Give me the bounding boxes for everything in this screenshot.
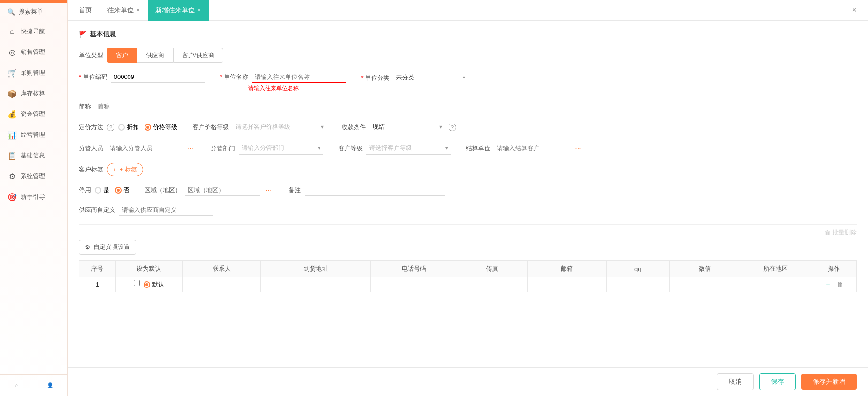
tab-home[interactable]: 首页 — [71, 0, 100, 21]
gear-icon: ⚙ — [8, 171, 17, 181]
col-email: 邮箱 — [528, 261, 606, 277]
sidebar-item-system[interactable]: ⚙ 系统管理 — [0, 166, 67, 186]
cell-index: 1 — [79, 277, 116, 292]
region-input[interactable] — [185, 185, 260, 196]
btn-supplier[interactable]: 供应商 — [137, 48, 173, 63]
email-input[interactable] — [548, 281, 586, 288]
cell-wechat[interactable] — [669, 277, 740, 292]
payment-terms-select[interactable]: 现结 ▾ — [370, 121, 445, 133]
tab-new-partner[interactable]: 新增往来单位 × — [148, 0, 209, 21]
radio-price-level[interactable]: 价格等级 — [145, 123, 177, 132]
cell-address[interactable] — [261, 277, 371, 292]
region-input2[interactable] — [759, 281, 792, 288]
divider — [79, 224, 857, 225]
col-fax: 传真 — [457, 261, 528, 277]
cancel-button[interactable]: 取消 — [717, 373, 754, 390]
sidebar-bottom-user[interactable]: 👤 — [34, 379, 68, 392]
unit-name-input[interactable] — [252, 71, 346, 83]
region-more-btn[interactable]: ··· — [264, 186, 274, 194]
radio-price-level-circle — [145, 124, 151, 131]
payment-terms-label: 收款条件 — [342, 123, 366, 132]
customer-price-level-select[interactable]: 请选择客户价格等级 ▾ — [233, 121, 327, 133]
save-new-button[interactable]: 保存并新增 — [801, 374, 857, 390]
sidebar-bottom-home[interactable]: ⌂ — [0, 379, 34, 392]
col-default: 设为默认 — [115, 261, 182, 277]
default-radio-circle — [144, 281, 150, 288]
home-icon: ⌂ — [8, 27, 17, 36]
remark-input[interactable] — [305, 185, 445, 196]
default-radio[interactable]: 默认 — [144, 280, 164, 289]
pricing-help-icon[interactable]: ? — [107, 124, 114, 131]
supplier-custom-input[interactable] — [119, 204, 213, 216]
customer-level-select[interactable]: 请选择客户等级 ▾ — [366, 142, 451, 155]
batch-delete-label[interactable]: 批量删除 — [832, 228, 857, 237]
settlement-unit-label: 结算单位 — [466, 144, 490, 153]
qq-input[interactable] — [624, 281, 652, 288]
user-bottom-icon: 👤 — [47, 382, 53, 388]
radio-yes[interactable]: 是 — [95, 186, 109, 194]
cell-region[interactable] — [740, 277, 811, 292]
phone-input[interactable] — [393, 281, 435, 288]
custom-settings-button[interactable]: ⚙ 自定义项设置 — [79, 240, 136, 255]
department-select[interactable]: 请输入分管部门 ▾ — [239, 142, 323, 155]
sidebar-item-quick-nav[interactable]: ⌂ 快捷导航 — [0, 21, 67, 42]
radio-discount[interactable]: 折扣 — [118, 123, 139, 132]
chevron-down-icon: ▾ — [321, 124, 324, 130]
wechat-input[interactable] — [688, 281, 721, 288]
col-region: 所在地区 — [740, 261, 811, 277]
unit-category-select[interactable]: 未分类 ▾ — [393, 71, 468, 84]
cell-fax[interactable] — [457, 277, 528, 292]
chevron-down-icon: ▾ — [445, 145, 448, 151]
sidebar-item-basic[interactable]: 📋 基础信息 — [0, 145, 67, 166]
row-checkbox[interactable] — [134, 280, 140, 286]
tab-bar-close[interactable]: × — [844, 5, 864, 15]
customer-level-label: 客户等级 — [338, 144, 363, 153]
abbreviation-row: 简称 — [79, 101, 857, 112]
unit-code-group: * 单位编码 — [79, 71, 205, 83]
tab-partners[interactable]: 往来单位 × — [100, 0, 148, 21]
cell-contact[interactable] — [182, 277, 260, 292]
pricing-method-group: 定价方法 ? 折扣 价格等级 — [79, 123, 177, 132]
disabled-group: 停用 是 否 — [79, 186, 129, 194]
abbreviation-input[interactable] — [95, 101, 189, 112]
tag-add-button[interactable]: + + 标签 — [107, 163, 143, 176]
delete-row-btn[interactable]: 🗑 — [837, 281, 843, 288]
payment-terms-group: 收款条件 现结 ▾ ? — [342, 121, 456, 133]
tab-partners-close[interactable]: × — [137, 7, 140, 14]
cell-email[interactable] — [528, 277, 606, 292]
sidebar-item-newbie[interactable]: 🎯 新手引导 — [0, 186, 67, 207]
add-row-btn[interactable]: ＋ — [825, 281, 831, 288]
settlement-more-btn[interactable]: ··· — [573, 144, 583, 153]
save-button[interactable]: 保存 — [759, 373, 796, 390]
settlement-unit-input[interactable] — [494, 143, 569, 154]
sidebar-item-operations[interactable]: 📊 经营管理 — [0, 124, 67, 145]
cell-phone[interactable] — [371, 277, 457, 292]
customer-tag-row: 客户标签 + + 标签 — [79, 163, 857, 176]
contact-input[interactable] — [203, 281, 240, 288]
unit-type-group: 单位类型 客户 供应商 客户/供应商 — [79, 48, 223, 63]
sidebar-item-finance[interactable]: 💰 资金管理 — [0, 104, 67, 124]
pricing-row: 定价方法 ? 折扣 价格等级 客户价格等级 请选择客户价格等级 — [79, 121, 857, 133]
fax-input[interactable] — [476, 281, 509, 288]
sidebar-item-sales[interactable]: ◎ 销售管理 — [0, 42, 67, 62]
sidebar-item-inventory[interactable]: 📦 库存核算 — [0, 83, 67, 104]
money-icon: 💰 — [8, 109, 17, 119]
target-icon: 🎯 — [8, 192, 17, 202]
tab-new-partner-close[interactable]: × — [198, 7, 201, 14]
unit-name-group: * 单位名称 请输入往来单位名称 — [220, 71, 346, 93]
col-operation: 操作 — [811, 261, 856, 277]
unit-code-input[interactable] — [111, 71, 205, 83]
plus-icon: + — [113, 166, 117, 173]
manager-more-btn[interactable]: ··· — [186, 144, 196, 153]
sidebar-search[interactable]: 🔍 搜索菜单 — [0, 3, 67, 21]
supplier-custom-row: 供应商自定义 — [79, 204, 857, 216]
manager-input[interactable] — [107, 143, 182, 154]
btn-customer[interactable]: 客户 — [107, 48, 137, 63]
sidebar-item-label: 库存核算 — [21, 89, 45, 98]
cell-qq[interactable] — [606, 277, 669, 292]
btn-both[interactable]: 客户/供应商 — [173, 48, 223, 63]
payment-help-icon[interactable]: ? — [449, 124, 456, 131]
address-input[interactable] — [288, 281, 344, 288]
sidebar-item-purchase[interactable]: 🛒 采购管理 — [0, 62, 67, 83]
radio-no[interactable]: 否 — [115, 186, 129, 194]
